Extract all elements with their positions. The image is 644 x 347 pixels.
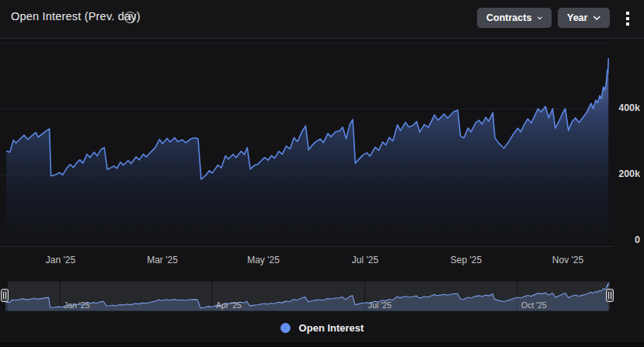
chevron-down-icon (594, 16, 600, 21)
bottom-edge (0, 342, 644, 347)
open-interest-area (6, 58, 608, 241)
x-tick-label: May '25 (238, 255, 288, 265)
navigator-right-handle[interactable] (606, 289, 614, 302)
x-tick-label: Jul '25 (340, 255, 390, 265)
year-dropdown-label: Year (567, 12, 587, 23)
main-chart-plot[interactable] (0, 43, 644, 245)
page-title: Open Interest (Prev. day) (11, 10, 141, 23)
y-tick-label: 200k (607, 168, 640, 179)
contracts-dropdown[interactable]: Contracts (477, 8, 552, 28)
legend-label: Open Interest (299, 322, 364, 334)
header-divider (0, 38, 644, 39)
kebab-menu-icon[interactable] (623, 9, 632, 28)
navigator-left-handle[interactable] (1, 289, 9, 302)
legend-dot-icon (280, 323, 291, 333)
y-tick-label: 0 (607, 234, 640, 245)
x-tick-label: Sep '25 (441, 255, 491, 265)
year-dropdown[interactable]: Year (558, 8, 610, 28)
x-tick-label: Nov '25 (543, 255, 593, 265)
open-interest-widget: Open Interest (Prev. day) i Contracts Ye… (0, 0, 644, 347)
navigator-tick-label: Oct '25 (521, 300, 547, 310)
info-icon[interactable]: i (124, 12, 136, 23)
y-tick-label: 400k (607, 102, 640, 113)
chevron-down-icon (538, 16, 542, 21)
navigator-tick-label: Jul '25 (368, 300, 392, 310)
navigator-tick-label: Apr '25 (216, 300, 242, 310)
x-axis-line (0, 246, 614, 247)
x-tick-label: Jan '25 (36, 255, 85, 265)
navigator-track[interactable] (0, 281, 644, 312)
widget-header: Open Interest (Prev. day) i Contracts Ye… (0, 0, 644, 38)
navigator-tick-label: Jan '25 (64, 300, 90, 310)
contracts-dropdown-label: Contracts (486, 12, 531, 23)
legend-item-open-interest[interactable]: Open Interest (0, 318, 644, 338)
x-tick-label: Mar '25 (138, 255, 187, 265)
